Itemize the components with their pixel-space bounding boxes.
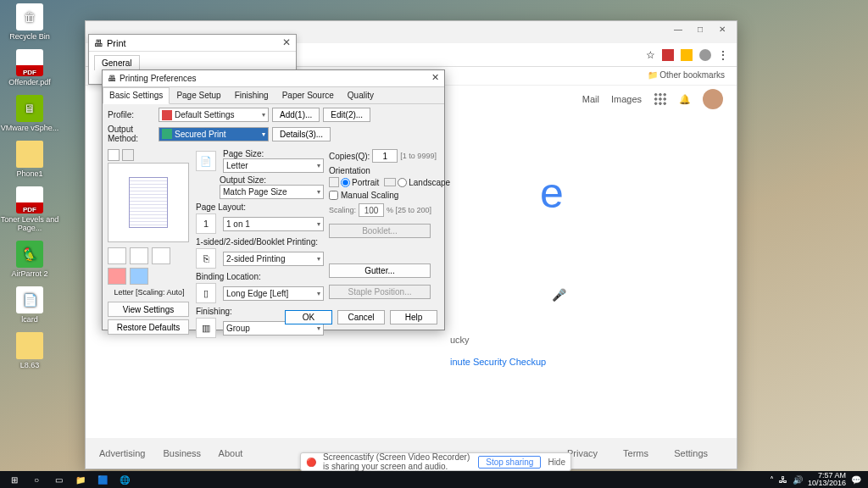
banner-text: Screencastify (Screen Video Recorder) is…	[323, 452, 471, 471]
scaling-hint: % [25 to 200]	[387, 206, 431, 214]
cortana-button[interactable]: ○	[25, 471, 47, 488]
tab-basic-settings[interactable]: Basic Settings	[103, 87, 170, 104]
tab-finishing[interactable]: Finishing	[228, 87, 275, 103]
start-button[interactable]: ⊞	[3, 471, 25, 488]
manual-scaling-check[interactable]: Manual Scaling	[329, 191, 439, 200]
printing-preferences-dialog: Printing Preferences ✕ Basic Settings Pa…	[102, 69, 445, 330]
mode-icon-2[interactable]	[130, 247, 148, 264]
page-layout-select[interactable]: 1 on 1	[223, 217, 324, 231]
desktop-icon-airparrot[interactable]: 🦜AirParrot 2	[0, 241, 59, 278]
desktop-icon-phone1[interactable]: Phone1	[0, 141, 59, 178]
desktop-icon-vmware[interactable]: 🖥VMware vSphe...	[0, 95, 59, 132]
taskbar-app-1[interactable]: 🟦	[92, 471, 114, 488]
edit-profile-button[interactable]: Edit(2)...	[323, 108, 370, 122]
avatar[interactable]	[703, 89, 723, 109]
taskbar-clock[interactable]: 7:57 AM10/13/2016	[808, 472, 846, 487]
landscape-icon	[384, 178, 396, 186]
view-settings-button[interactable]: View Settings	[108, 302, 189, 317]
cancel-button[interactable]: Cancel	[337, 310, 385, 324]
maximize-button[interactable]: □	[691, 25, 709, 40]
tab-paper-source[interactable]: Paper Source	[275, 87, 341, 103]
footer-about[interactable]: About	[219, 448, 243, 458]
apps-icon[interactable]	[654, 92, 667, 106]
binding-icon: ▯	[196, 283, 216, 303]
gutter-button[interactable]: Gutter...	[329, 263, 431, 278]
mic-icon[interactable]	[552, 287, 567, 302]
taskbar: ⊞ ○ ▭ 📁 🟦 🌐 ˄ 🖧 🔊 7:57 AM10/13/2016 💬	[0, 471, 868, 488]
footer-settings[interactable]: Settings	[674, 448, 708, 458]
landscape-option[interactable]: Landscape	[384, 178, 450, 187]
footer-business[interactable]: Business	[163, 448, 201, 458]
orientation-label: Orientation	[329, 166, 439, 175]
footer-advertising[interactable]: Advertising	[99, 448, 145, 458]
extension-icon-3[interactable]	[699, 49, 711, 61]
footer-terms[interactable]: Terms	[623, 448, 648, 458]
nav-mail[interactable]: Mail	[582, 94, 599, 104]
desktop-icon-pdf-2[interactable]: PDFToner Levels and Page...	[0, 186, 59, 232]
mode-icon-1[interactable]	[108, 247, 126, 264]
page-layout-label: Page Layout:	[196, 202, 324, 212]
lucky-button-fragment[interactable]: ucky	[450, 335, 470, 345]
desktop: 🗑Recycle Bin PDFOffender.pdf 🖥VMware vSp…	[0, 0, 68, 474]
secured-print-icon	[162, 129, 172, 139]
taskbar-explorer[interactable]: 📁	[70, 471, 92, 488]
security-checkup-link[interactable]: inute Security Checkup	[450, 357, 546, 367]
help-button[interactable]: Help	[390, 310, 437, 324]
prefs-close-button[interactable]: ✕	[431, 72, 439, 83]
desktop-icon-l863[interactable]: L8.63	[0, 332, 59, 369]
notifications-icon[interactable]: 🔔	[679, 94, 691, 105]
minimize-button[interactable]: —	[669, 25, 687, 40]
view-mode-2[interactable]	[122, 149, 134, 161]
page-size-select[interactable]: Letter	[223, 158, 324, 173]
print-tab-general[interactable]: General	[94, 55, 140, 70]
prefs-title: Printing Preferences	[103, 70, 444, 87]
restore-defaults-button[interactable]: Restore Defaults	[108, 319, 189, 335]
mode-icon-5[interactable]	[130, 268, 148, 285]
desktop-icon-pdf-1[interactable]: PDFOffender.pdf	[0, 49, 59, 86]
extension-icon-2[interactable]	[681, 49, 693, 61]
other-bookmarks[interactable]: 📁 Other bookmarks	[648, 70, 725, 80]
duplex-label: 1-sided/2-sided/Booklet Printing:	[196, 237, 324, 247]
profile-icon	[162, 110, 172, 120]
mode-icon-3[interactable]	[152, 247, 170, 264]
ok-button[interactable]: OK	[285, 310, 332, 324]
star-icon[interactable]: ☆	[646, 49, 655, 61]
mode-icon-4[interactable]	[108, 268, 126, 285]
print-dialog-title: Print	[89, 35, 296, 52]
details-button[interactable]: Details(3)...	[272, 127, 331, 141]
portrait-option[interactable]: Portrait	[329, 177, 379, 187]
tray-network-icon[interactable]: 🖧	[779, 475, 787, 485]
profile-label: Profile:	[108, 110, 155, 119]
nav-images[interactable]: Images	[611, 94, 642, 104]
task-view-button[interactable]: ▭	[47, 471, 70, 488]
extension-icon-1[interactable]	[662, 49, 674, 61]
binding-select[interactable]: Long Edge [Left]	[223, 286, 324, 301]
tray-volume-icon[interactable]: 🔊	[793, 475, 803, 485]
scaling-label: Scaling:	[329, 206, 356, 214]
menu-icon[interactable]: ⋮	[718, 49, 728, 61]
tab-quality[interactable]: Quality	[341, 87, 381, 103]
footer-privacy[interactable]: Privacy	[567, 448, 598, 458]
output-method-select[interactable]: Secured Print	[159, 127, 269, 141]
taskbar-chrome[interactable]: 🌐	[114, 471, 136, 488]
copies-label: Copies(Q):	[329, 152, 370, 161]
tray-up-icon[interactable]: ˄	[770, 475, 774, 485]
print-dialog-close[interactable]: ✕	[282, 36, 291, 48]
view-mode-1[interactable]	[108, 149, 120, 161]
desktop-icon-lcard[interactable]: 📄lcard	[0, 286, 59, 324]
layout-icon: 1	[196, 214, 216, 234]
desktop-icon-recycle-bin[interactable]: 🗑Recycle Bin	[0, 3, 59, 41]
stop-sharing-button[interactable]: Stop sharing	[478, 456, 541, 469]
page-size-icon: 📄	[196, 151, 216, 171]
profile-select[interactable]: Default Settings	[159, 108, 269, 122]
output-size-select[interactable]: Match Page Size	[220, 185, 324, 199]
tray-notifications-icon[interactable]: 💬	[851, 475, 861, 485]
close-button[interactable]: ✕	[713, 25, 732, 40]
tab-page-setup[interactable]: Page Setup	[170, 87, 227, 103]
add-profile-button[interactable]: Add(1)...	[272, 108, 320, 122]
staple-button: Staple Position...	[329, 285, 431, 299]
booklet-button: Booklet...	[329, 224, 431, 238]
copies-input[interactable]	[372, 149, 398, 163]
duplex-select[interactable]: 2-sided Printing	[223, 252, 324, 266]
hide-banner-button[interactable]: Hide	[548, 458, 565, 467]
